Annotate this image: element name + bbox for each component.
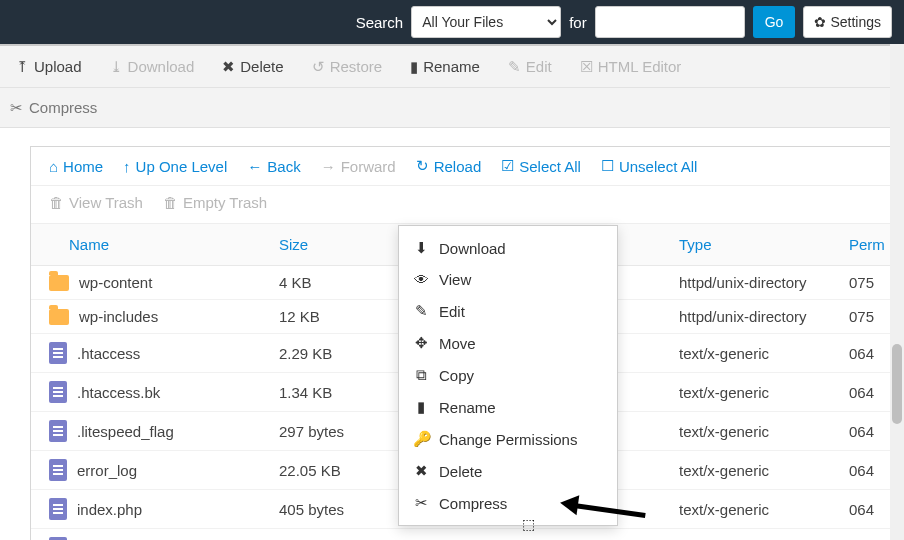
file-type: httpd/unix-directory <box>679 308 849 325</box>
file-type: text/x-generic <box>679 345 849 362</box>
restore-icon: ↺ <box>312 58 325 76</box>
gear-icon: ✿ <box>814 14 826 30</box>
reload-label: Reload <box>434 158 482 175</box>
menu-item-icon: ⧉ <box>413 366 429 384</box>
menu-item-label: Edit <box>439 303 465 320</box>
home-label: Home <box>63 158 103 175</box>
reload-icon: ↻ <box>416 157 429 175</box>
select-all-label: Select All <box>519 158 581 175</box>
context-menu-item[interactable]: 👁View <box>399 264 617 295</box>
file-name: .htaccess <box>77 345 140 362</box>
empty-trash-label: Empty Trash <box>183 194 267 211</box>
context-menu-item[interactable]: ⬇Download <box>399 232 617 264</box>
menu-item-label: Change Permissions <box>439 431 577 448</box>
up-one-level-button[interactable]: ↑ Up One Level <box>123 158 227 175</box>
col-type-header[interactable]: Type <box>679 236 849 253</box>
file-size: 12 KB <box>279 308 379 325</box>
file-perm: 075 <box>849 274 885 291</box>
scrollbar[interactable] <box>890 44 904 540</box>
file-icon <box>49 498 67 520</box>
file-size: 297 bytes <box>279 423 379 440</box>
empty-trash-icon: 🗑 <box>163 194 178 211</box>
delete-icon: ✖ <box>222 58 235 76</box>
view-trash-button[interactable]: 🗑 View Trash <box>49 194 143 211</box>
file-name: .litespeed_flag <box>77 423 174 440</box>
file-perm: 075 <box>849 308 885 325</box>
file-perm: 064 <box>849 384 885 401</box>
select-all-button[interactable]: ☑ Select All <box>501 157 581 175</box>
menu-item-label: Delete <box>439 463 482 480</box>
unselect-all-button[interactable]: ☐ Unselect All <box>601 157 697 175</box>
file-icon <box>49 420 67 442</box>
restore-button[interactable]: ↺ Restore <box>312 58 383 76</box>
download-button[interactable]: ⤓ Download <box>110 58 195 76</box>
nav-row-2: 🗑 View Trash 🗑 Empty Trash <box>31 186 903 224</box>
context-menu-item[interactable]: ✎Edit <box>399 295 617 327</box>
html-editor-button[interactable]: ☒ HTML Editor <box>580 58 682 76</box>
context-menu-item[interactable]: 🔑Change Permissions <box>399 423 617 455</box>
search-input[interactable] <box>595 6 745 38</box>
forward-button[interactable]: → Forward <box>321 158 396 175</box>
back-button[interactable]: ← Back <box>247 158 300 175</box>
top-search-bar: Search All Your Files for Go ✿ Settings <box>0 0 904 44</box>
context-menu-item[interactable]: ▮Rename <box>399 391 617 423</box>
menu-item-icon: ✖ <box>413 462 429 480</box>
file-size: 22.05 KB <box>279 462 379 479</box>
secondary-toolbar: ✂ Compress <box>0 88 904 128</box>
upload-button[interactable]: ⤒ Upload <box>16 58 82 76</box>
context-menu-item[interactable]: ✥Move <box>399 327 617 359</box>
file-type: text/x-generic <box>679 462 849 479</box>
main-toolbar: ⤒ Upload ⤓ Download ✖ Delete ↺ Restore ▮… <box>0 44 904 88</box>
file-type: text/x-generic <box>679 501 849 518</box>
scrollbar-thumb[interactable] <box>892 344 902 424</box>
menu-item-icon: ✥ <box>413 334 429 352</box>
compress-label: Compress <box>29 99 97 116</box>
delete-button[interactable]: ✖ Delete <box>222 58 283 76</box>
table-row[interactable]: license.txt19.45 KBtext/plain064 <box>31 529 903 540</box>
menu-item-label: Move <box>439 335 476 352</box>
file-name: wp-content <box>79 274 152 291</box>
edit-icon: ✎ <box>508 58 521 76</box>
settings-button[interactable]: ✿ Settings <box>803 6 892 38</box>
file-perm: 064 <box>849 462 885 479</box>
rename-button[interactable]: ▮ Rename <box>410 58 480 76</box>
search-scope-select[interactable]: All Your Files <box>411 6 561 38</box>
menu-item-icon: ✎ <box>413 302 429 320</box>
context-menu-item[interactable]: ⧉Copy <box>399 359 617 391</box>
download-label: Download <box>128 58 195 75</box>
cursor-icon: ⬚ <box>522 516 535 532</box>
file-type: text/x-generic <box>679 384 849 401</box>
unselect-all-icon: ☐ <box>601 157 614 175</box>
edit-button[interactable]: ✎ Edit <box>508 58 552 76</box>
empty-trash-button[interactable]: 🗑 Empty Trash <box>163 194 267 211</box>
file-perm: 064 <box>849 423 885 440</box>
file-type: httpd/unix-directory <box>679 274 849 291</box>
annotation-arrow <box>560 494 650 518</box>
home-icon: ⌂ <box>49 158 58 175</box>
select-all-icon: ☑ <box>501 157 514 175</box>
file-name: .htaccess.bk <box>77 384 160 401</box>
menu-item-icon: 👁 <box>413 271 429 288</box>
col-name-header[interactable]: Name <box>49 236 279 253</box>
file-name: error_log <box>77 462 137 479</box>
go-button[interactable]: Go <box>753 6 796 38</box>
reload-button[interactable]: ↻ Reload <box>416 157 482 175</box>
file-perm: 064 <box>849 501 885 518</box>
context-menu-item[interactable]: ✖Delete <box>399 455 617 487</box>
file-size: 4 KB <box>279 274 379 291</box>
menu-item-icon: ▮ <box>413 398 429 416</box>
home-button[interactable]: ⌂ Home <box>49 158 103 175</box>
col-perm-header[interactable]: Perm <box>849 236 885 253</box>
unselect-all-label: Unselect All <box>619 158 697 175</box>
file-icon <box>49 342 67 364</box>
menu-item-label: Rename <box>439 399 496 416</box>
col-size-header[interactable]: Size <box>279 236 379 253</box>
rename-icon: ▮ <box>410 58 418 76</box>
menu-item-icon: 🔑 <box>413 430 429 448</box>
html-editor-label: HTML Editor <box>598 58 682 75</box>
delete-label: Delete <box>240 58 283 75</box>
forward-icon: → <box>321 158 336 175</box>
forward-label: Forward <box>341 158 396 175</box>
file-type: text/x-generic <box>679 423 849 440</box>
download-icon: ⤓ <box>110 58 123 76</box>
